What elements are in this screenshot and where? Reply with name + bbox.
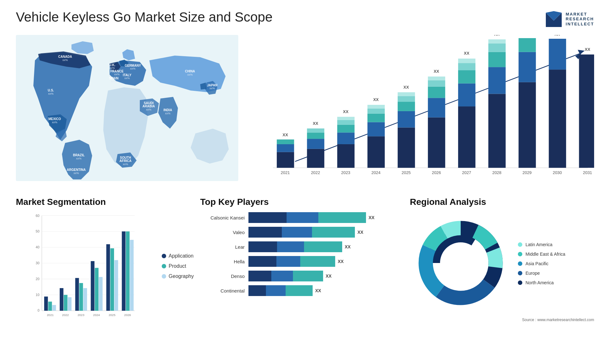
svg-rect-80 (458, 70, 476, 84)
logo-area: MARKET RESEARCH INTELLECT (544, 10, 594, 29)
svg-text:xx%: xx% (109, 66, 115, 70)
svg-text:XX: XX (554, 35, 560, 37)
svg-text:2021: 2021 (47, 313, 54, 317)
svg-text:AFRICA: AFRICA (119, 159, 132, 163)
svg-rect-61 (368, 105, 385, 109)
player-bar (248, 241, 342, 252)
bar-seg2 (277, 241, 304, 252)
player-bar (248, 256, 335, 267)
svg-text:XX: XX (343, 109, 349, 114)
svg-rect-59 (368, 114, 385, 122)
svg-text:xx%: xx% (209, 87, 215, 90)
svg-text:INDIA: INDIA (163, 108, 172, 112)
svg-rect-41 (277, 139, 294, 144)
svg-text:0: 0 (37, 308, 39, 312)
svg-text:XX: XX (585, 47, 591, 52)
bar-seg2 (271, 271, 293, 281)
svg-rect-75 (428, 77, 445, 80)
svg-rect-47 (307, 128, 324, 132)
svg-text:MEXICO: MEXICO (48, 117, 61, 121)
legend-dot-application (162, 254, 166, 258)
svg-text:XX: XX (313, 121, 318, 126)
bar-seg1 (248, 285, 266, 296)
svg-rect-122 (52, 305, 56, 311)
svg-rect-51 (337, 132, 355, 144)
player-bar-wrap: XX (248, 285, 403, 296)
bottom-row: Market Segmentation 60 50 40 30 20 10 0 (16, 197, 594, 337)
svg-text:2030: 2030 (553, 170, 562, 175)
svg-rect-131 (99, 277, 103, 311)
svg-rect-85 (488, 94, 506, 168)
legend-label-ap: Asia Pacific (525, 261, 548, 266)
svg-rect-53 (337, 120, 355, 125)
seg-legend: Application Product Geography (159, 212, 194, 320)
svg-rect-73 (428, 87, 445, 98)
bar-seg1 (248, 212, 287, 223)
svg-text:xx%: xx% (124, 77, 130, 80)
svg-text:ARABIA: ARABIA (143, 104, 155, 108)
svg-rect-64 (398, 127, 415, 168)
svg-rect-78 (458, 106, 476, 168)
svg-text:2025: 2025 (109, 313, 115, 317)
svg-text:XX: XX (373, 97, 379, 102)
svg-rect-68 (398, 92, 415, 96)
svg-rect-98 (549, 39, 566, 70)
player-bar-wrap: XX (248, 227, 403, 238)
bar-seg1 (248, 227, 282, 238)
player-bar-wrap: XX (248, 241, 403, 252)
svg-rect-137 (130, 240, 134, 311)
legend-label-geography: Geography (169, 273, 194, 279)
world-map-container: CANADA xx% U.S. xx% MEXICO xx% BRAZIL xx… (16, 35, 238, 181)
player-value: XX (326, 273, 332, 279)
svg-rect-87 (488, 52, 506, 67)
player-value: XX (357, 230, 363, 235)
bar-seg2 (266, 285, 286, 296)
svg-rect-124 (64, 295, 68, 311)
svg-rect-123 (60, 288, 64, 311)
svg-rect-81 (458, 63, 476, 70)
svg-rect-101 (579, 55, 594, 168)
svg-rect-136 (126, 232, 130, 311)
svg-text:xx%: xx% (146, 108, 151, 111)
player-bar-wrap: XX (248, 256, 403, 267)
player-bar (248, 285, 313, 296)
list-item: Latin America (518, 242, 565, 247)
svg-point-149 (440, 242, 481, 284)
svg-rect-125 (68, 297, 71, 311)
world-map-svg: CANADA xx% U.S. xx% MEXICO xx% BRAZIL xx… (16, 35, 238, 181)
svg-text:2021: 2021 (281, 170, 290, 175)
seg-chart-container: 60 50 40 30 20 10 0 (16, 212, 194, 320)
logo-box: MARKET RESEARCH INTELLECT (544, 10, 594, 29)
svg-rect-74 (428, 80, 445, 87)
svg-rect-82 (458, 58, 476, 63)
svg-rect-39 (277, 152, 294, 168)
svg-rect-46 (307, 132, 324, 139)
svg-rect-126 (75, 278, 79, 311)
svg-rect-94 (518, 38, 536, 52)
regional-title: Regional Analysis (410, 197, 594, 207)
svg-text:XX: XX (282, 132, 288, 137)
svg-rect-54 (337, 117, 355, 120)
player-bar-wrap: XX (248, 212, 403, 223)
svg-rect-127 (79, 283, 83, 311)
bar-seg3 (304, 241, 342, 252)
legend-dot-eu (518, 271, 522, 275)
player-name: Denso (200, 273, 245, 279)
svg-text:xx%: xx% (130, 67, 135, 70)
bar-chart-container: XX 2021 XX 2022 XX 2023 (248, 35, 594, 181)
legend-dot-ap (518, 261, 522, 266)
svg-text:2029: 2029 (523, 170, 532, 175)
list-item: Middle East & Africa (518, 252, 565, 257)
player-bars: Calsonic Kansei XX Valeo (200, 212, 403, 296)
bar-seg1 (248, 256, 276, 267)
legend-dot-product (162, 264, 166, 268)
svg-text:2028: 2028 (492, 170, 501, 175)
table-row: Hella XX (200, 256, 403, 267)
svg-rect-57 (368, 136, 385, 168)
player-name: Valeo (200, 230, 245, 235)
svg-text:xx%: xx% (123, 163, 128, 166)
donut-container (410, 212, 512, 315)
player-value: XX (345, 244, 351, 249)
svg-rect-67 (398, 96, 415, 102)
player-name: Continental (200, 288, 245, 293)
